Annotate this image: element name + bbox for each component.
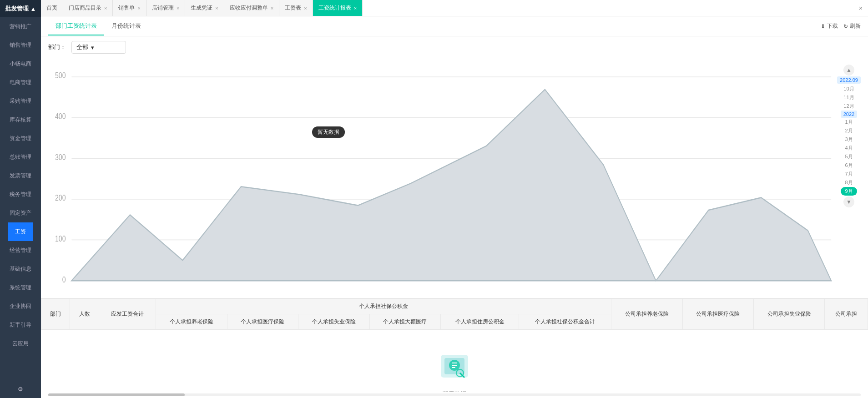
timeline-month-3月[interactable]: 3月 xyxy=(841,135,857,144)
svg-rect-18 xyxy=(452,367,455,368)
svg-text:300: 300 xyxy=(55,152,66,162)
timeline-month-1月[interactable]: 1月 xyxy=(841,118,857,126)
stats-table: 部门 人数 应发工资合计 个人承担社保公积金 公司承担养老保险 公司承担医疗保险… xyxy=(41,298,868,330)
timeline-month-12月[interactable]: 12月 xyxy=(841,102,857,111)
tab-close-icon[interactable]: × xyxy=(104,5,107,11)
sidebar-item-资金管理[interactable]: 资金管理 xyxy=(8,129,33,148)
department-filter-select[interactable]: 全部 ▾ xyxy=(71,41,126,54)
sidebar-item-经营管理[interactable]: 经营管理 xyxy=(8,241,33,260)
tab-close-icon[interactable]: × xyxy=(354,5,357,11)
content-area: 部门工资统计表月份统计表 ⬇ 下载 ↻ 刷新 部门： 全部 ▾ xyxy=(41,16,868,398)
sidebar: 批发管理 ▲ 营销推广销售管理小畅电商电商管理采购管理库存核算资金管理总账管理发… xyxy=(0,0,41,398)
sidebar-item-新手引导[interactable]: 新手引导 xyxy=(8,316,33,334)
sidebar-item-电商管理[interactable]: 电商管理 xyxy=(8,73,33,92)
table-scrollbar-track[interactable] xyxy=(48,393,861,396)
timeline-year-label[interactable]: 2022.09 xyxy=(837,76,861,84)
tab-label: 生成凭证 xyxy=(191,4,212,12)
tab-销售单[interactable]: 销售单× xyxy=(113,0,146,16)
sidebar-item-营销推广[interactable]: 营销推广 xyxy=(8,17,33,36)
sidebar-item-税务管理[interactable]: 税务管理 xyxy=(8,185,33,204)
table-empty-state: 暂无数据 xyxy=(41,330,868,392)
tab-首页[interactable]: 首页 xyxy=(41,0,63,16)
sidebar-item-小畅电商[interactable]: 小畅电商 xyxy=(8,55,33,73)
table-scrollbar-thumb[interactable] xyxy=(48,393,185,396)
sub-tabs: 部门工资统计表月份统计表 xyxy=(48,17,148,35)
tab-label: 门店商品目录 xyxy=(69,4,101,12)
refresh-button[interactable]: ↻ 刷新 xyxy=(843,22,861,30)
sidebar-item-企业协同[interactable]: 企业协同 xyxy=(8,297,33,316)
timeline-up-nav[interactable]: ▲ xyxy=(843,65,854,76)
timeline-down-nav[interactable]: ▼ xyxy=(843,196,854,207)
tab-label: 首页 xyxy=(46,4,57,12)
sub-tab-部门工资统计表[interactable]: 部门工资统计表 xyxy=(48,17,104,35)
svg-text:200: 200 xyxy=(55,193,66,203)
sidebar-footer-settings[interactable]: ⚙ xyxy=(0,380,41,398)
download-button[interactable]: ⬇ 下载 xyxy=(821,22,838,30)
timeline-month-9月[interactable]: 9月 xyxy=(841,187,857,196)
tab-close-icon[interactable]: × xyxy=(271,5,273,11)
chevron-down-icon: ▾ xyxy=(91,44,94,51)
timeline-year-2022[interactable]: 2022 xyxy=(841,111,857,118)
table-wrapper[interactable]: 部门 人数 应发工资合计 个人承担社保公积金 公司承担养老保险 公司承担医疗保险… xyxy=(41,298,868,392)
sidebar-item-发票管理[interactable]: 发票管理 xyxy=(8,166,33,185)
sidebar-item-基础信息[interactable]: 基础信息 xyxy=(8,260,33,278)
download-label: 下载 xyxy=(827,22,838,30)
th-personal-unemployment: 个人承担失业保险 xyxy=(298,314,369,330)
th-personal-medical: 个人承担医疗保险 xyxy=(227,314,298,330)
tab-生成凭证[interactable]: 生成凭证× xyxy=(185,0,224,16)
timeline-month-11月[interactable]: 11月 xyxy=(841,93,857,102)
svg-rect-17 xyxy=(452,365,457,366)
refresh-label: 刷新 xyxy=(850,22,861,30)
th-personal-housing: 个人承担住房公积金 xyxy=(441,314,519,330)
sidebar-item-采购管理[interactable]: 采购管理 xyxy=(8,92,33,111)
sidebar-item-销售管理[interactable]: 销售管理 xyxy=(8,36,33,55)
svg-text:400: 400 xyxy=(55,111,66,121)
tab-label: 店铺管理 xyxy=(152,4,174,12)
department-filter-value: 全部 xyxy=(76,43,88,51)
th-personal-major-medical: 个人承担大额医疗 xyxy=(369,314,440,330)
tab-close-icon[interactable]: × xyxy=(215,5,218,11)
th-salary-total: 应发工资合计 xyxy=(99,299,156,330)
tab-bar-close-button[interactable]: × xyxy=(853,5,868,12)
tab-close-icon[interactable]: × xyxy=(177,5,179,11)
timeline-month-10月[interactable]: 10月 xyxy=(841,85,857,93)
svg-marker-12 xyxy=(71,90,831,281)
sidebar-item-固定资产[interactable]: 固定资产 xyxy=(8,204,33,222)
svg-text:500: 500 xyxy=(55,71,66,81)
timeline-sidebar: ▲ 2022.09 10月11月12月20221月2月3月4月5月6月7月8月9… xyxy=(837,63,861,298)
sidebar-item-库存核算[interactable]: 库存核算 xyxy=(8,111,33,129)
th-personal-total: 个人承担社保公积金合计 xyxy=(519,314,611,330)
timeline-month-4月[interactable]: 4月 xyxy=(841,144,857,152)
th-personal-pension: 个人承担养老保险 xyxy=(156,314,227,330)
tab-门店商品目录[interactable]: 门店商品目录× xyxy=(63,0,113,16)
sidebar-item-总账管理[interactable]: 总账管理 xyxy=(8,148,33,166)
table-section: 部门 人数 应发工资合计 个人承担社保公积金 公司承担养老保险 公司承担医疗保险… xyxy=(41,298,868,398)
tab-应收应付调整单[interactable]: 应收应付调整单× xyxy=(224,0,279,16)
chart-svg: 500 400 300 200 100 0 xyxy=(48,63,837,298)
tab-close-icon[interactable]: × xyxy=(137,5,140,11)
chart-container: 500 400 300 200 100 0 xyxy=(48,63,837,298)
sidebar-item-云应用[interactable]: 云应用 xyxy=(8,334,33,353)
svg-rect-16 xyxy=(452,363,457,363)
tab-工资表[interactable]: 工资表× xyxy=(279,0,313,16)
th-company-unemployment: 公司承担失业保险 xyxy=(754,299,825,330)
sidebar-item-系统管理[interactable]: 系统管理 xyxy=(8,278,33,297)
sidebar-item-工资[interactable]: 工资 xyxy=(8,222,33,241)
tab-close-icon[interactable]: × xyxy=(304,5,307,11)
svg-text:100: 100 xyxy=(55,234,66,244)
sub-tab-actions: ⬇ 下载 ↻ 刷新 xyxy=(821,22,861,30)
timeline-month-2月[interactable]: 2月 xyxy=(841,126,857,135)
tab-label: 工资表 xyxy=(285,4,301,12)
tab-工资统计报表[interactable]: 工资统计报表× xyxy=(313,0,363,16)
tab-店铺管理[interactable]: 店铺管理× xyxy=(146,0,185,16)
th-headcount: 人数 xyxy=(70,299,99,330)
sub-tab-月份统计表[interactable]: 月份统计表 xyxy=(104,17,148,35)
timeline-month-6月[interactable]: 6月 xyxy=(841,161,857,170)
filter-bar: 部门： 全部 ▾ xyxy=(41,36,868,58)
timeline-month-5月[interactable]: 5月 xyxy=(841,152,857,161)
th-department: 部门 xyxy=(41,299,70,330)
timeline-month-8月[interactable]: 8月 xyxy=(841,178,857,187)
timeline-month-7月[interactable]: 7月 xyxy=(841,170,857,178)
sidebar-header[interactable]: 批发管理 ▲ xyxy=(0,0,41,17)
download-icon: ⬇ xyxy=(821,23,825,30)
